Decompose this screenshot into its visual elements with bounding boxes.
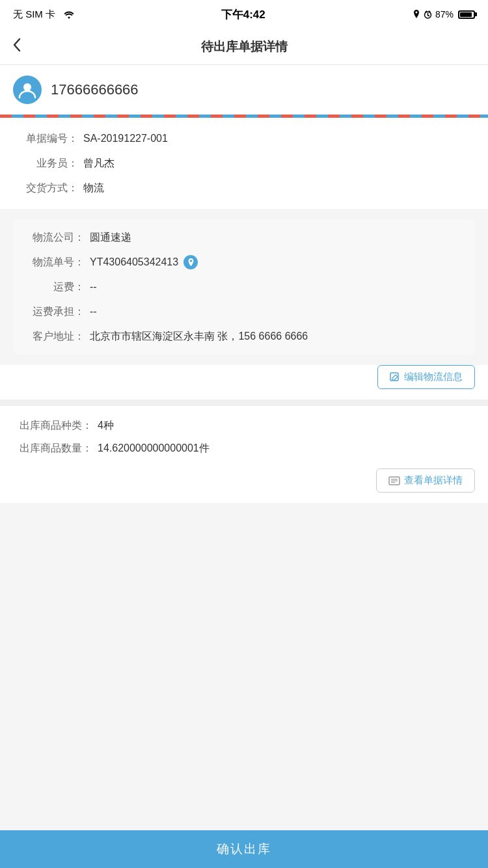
location-status-icon [413,10,420,19]
salesman-row: 业务员： 曾凡杰 [20,156,468,171]
status-indicators: 87% [413,9,475,20]
logistics-address-row: 客户地址： 北京市市辖区海淀区永丰南 张，156 6666 6666 [26,329,462,344]
view-detail-button[interactable]: 查看单据详情 [376,468,475,493]
alarm-status-icon [424,10,432,19]
logistics-tracking-value: YT4306405342413 [90,254,462,270]
back-button[interactable] [8,33,26,61]
document-info-section: 单据编号： SA-20191227-001 业务员： 曾凡杰 交货方式： 物流 [0,118,488,209]
goods-types-row: 出库商品种类： 4种 [20,419,468,433]
delivery-row: 交货方式： 物流 [20,180,468,196]
document-number-label: 单据编号： [20,131,78,146]
nav-bar: 待出库单据详情 [0,29,488,65]
status-bar: 无 SIM 卡 下午4:42 87% [0,0,488,29]
confirm-button-container[interactable]: 确认出库 [0,830,488,868]
logistics-freight-row: 运费： -- [26,279,462,295]
logistics-freight-label: 运费： [26,279,85,295]
customer-phone: 17666666666 [51,81,139,98]
goods-quantity-label: 出库商品数量： [20,442,92,455]
document-icon [388,476,400,485]
page-title: 待出库单据详情 [201,38,288,55]
logistics-freight-bearer-row: 运费承担： -- [26,304,462,319]
tracking-location-button[interactable] [183,255,198,269]
logistics-freight-bearer-label: 运费承担： [26,304,85,319]
logistics-freight-bearer-value: -- [90,304,462,319]
salesman-value: 曾凡杰 [83,156,468,171]
battery-percent: 87% [435,9,454,20]
goods-types-label: 出库商品种类： [20,419,92,433]
logistics-tracking-label: 物流单号： [26,254,85,270]
section-separator-1 [0,400,488,406]
avatar [13,75,42,104]
view-detail-label: 查看单据详情 [404,474,463,487]
empty-space [0,503,488,832]
logistics-freight-value: -- [90,279,462,295]
goods-types-value: 4种 [98,419,468,433]
svg-line-5 [429,11,430,12]
customer-header: 17666666666 [0,65,488,115]
edit-logistics-button[interactable]: 编辑物流信息 [377,365,475,389]
svg-line-3 [427,15,429,16]
svg-point-0 [68,16,70,18]
logistics-company-value: 圆通速递 [90,230,462,245]
salesman-label: 业务员： [20,156,78,171]
document-number-value: SA-20191227-001 [83,131,468,146]
logistics-card: 物流公司： 圆通速递 物流单号： YT4306405342413 运费： -- … [13,219,475,355]
edit-logistics-label: 编辑物流信息 [404,371,463,383]
logistics-address-label: 客户地址： [26,329,85,344]
logistics-tracking-row: 物流单号： YT4306405342413 [26,254,462,270]
delivery-label: 交货方式： [20,180,78,196]
view-detail-container: 查看单据详情 [0,468,488,503]
delivery-value: 物流 [83,180,468,196]
status-carrier: 无 SIM 卡 [13,8,74,21]
svg-point-6 [23,83,31,91]
logistics-company-label: 物流公司： [26,230,85,245]
svg-line-4 [426,11,427,12]
confirm-button[interactable]: 确认出库 [0,841,488,858]
goods-section: 出库商品种类： 4种 出库商品数量： 14.620000000000001件 [0,406,488,468]
logistics-address-value: 北京市市辖区海淀区永丰南 张，156 6666 6666 [90,329,462,344]
battery-icon [458,10,475,19]
status-time: 下午4:42 [221,7,265,22]
edit-icon [390,372,400,383]
goods-quantity-value: 14.620000000000001件 [98,442,468,455]
edit-logistics-container: 编辑物流信息 [0,365,488,400]
document-number-row: 单据编号： SA-20191227-001 [20,131,468,146]
logistics-company-row: 物流公司： 圆通速递 [26,230,462,245]
goods-quantity-row: 出库商品数量： 14.620000000000001件 [20,442,468,455]
